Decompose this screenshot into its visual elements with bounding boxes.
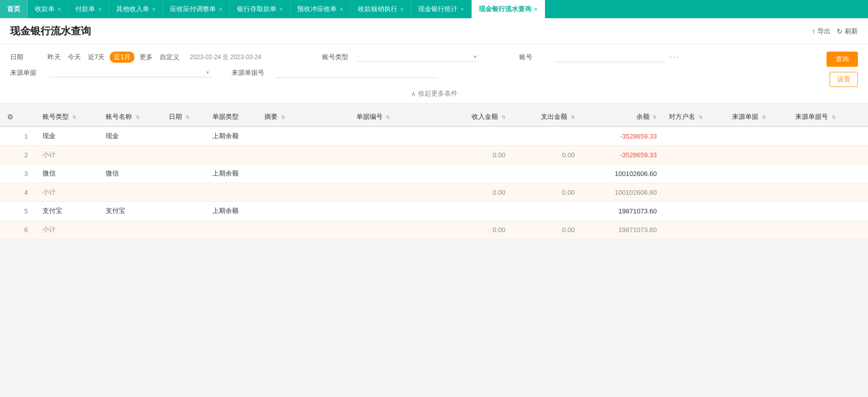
- index-column-header: [20, 108, 38, 126]
- nav-home[interactable]: 首页: [0, 0, 28, 18]
- table-body: 1 现金 现金 上期余额 -3528659.33 2 小计 0.00 0.00 …: [0, 126, 868, 239]
- source-doc-header-label: 来源单据: [732, 113, 758, 120]
- nav-tab-2-close[interactable]: ×: [152, 6, 155, 12]
- income-header-label: 收入金额: [472, 113, 498, 120]
- source-doc-no-column-header[interactable]: 来源单据号 ⇅: [791, 108, 868, 126]
- row-gear-2: [0, 164, 20, 183]
- account-name-sort: ⇅: [135, 114, 140, 120]
- row-income-4: [444, 202, 513, 220]
- date-opt-today[interactable]: 今天: [66, 52, 83, 63]
- nav-tab-4[interactable]: 银行存取款单 ×: [230, 0, 290, 18]
- nav-tab-8[interactable]: 现金银行流水查询 ×: [472, 0, 545, 18]
- summary-column-header[interactable]: 摘要 ⇅: [260, 108, 352, 126]
- row-counterparty-4: [665, 202, 728, 220]
- date-header-label: 日期: [169, 113, 182, 120]
- refresh-button[interactable]: ↻ 刷新: [837, 27, 858, 36]
- nav-tab-1-close[interactable]: ×: [98, 6, 101, 12]
- source-doc-sort: ⇅: [762, 114, 766, 120]
- table-row: 5 支付宝 支付宝 上期余额 19871073.60: [0, 202, 868, 220]
- row-date-2: [165, 164, 208, 183]
- source-doc-chevron: ▾: [206, 69, 209, 76]
- nav-tab-6-close[interactable]: ×: [400, 6, 403, 12]
- row-summary-0: [260, 126, 352, 146]
- nav-tab-4-close[interactable]: ×: [280, 6, 283, 12]
- date-opt-custom[interactable]: 自定义: [158, 52, 181, 63]
- date-opt-more[interactable]: 更多: [138, 52, 155, 63]
- balance-header-label: 余额: [636, 113, 650, 120]
- row-source-doc-no-2: [791, 164, 868, 183]
- expense-sort: ⇅: [571, 114, 575, 120]
- counterparty-column-header[interactable]: 对方户名 ⇅: [665, 108, 728, 126]
- row-income-1: 0.00: [444, 146, 513, 164]
- row-doc-type-5: [208, 220, 260, 239]
- row-index-1: 2: [20, 146, 38, 164]
- account-input[interactable]: [555, 52, 666, 62]
- counterparty-sort: ⇅: [699, 114, 703, 120]
- collapse-bar[interactable]: ∧ 收起更多条件: [10, 89, 858, 98]
- nav-tab-0[interactable]: 收款单 ×: [28, 0, 68, 18]
- account-name-column-header[interactable]: 账号名称 ⇅: [102, 108, 165, 126]
- row-balance-5: 19871073.60: [583, 220, 665, 239]
- page-header: 现金银行流水查询 ↑ 导出 ↻ 刷新: [0, 18, 868, 45]
- balance-column-header[interactable]: 余额 ⇅: [583, 108, 665, 126]
- row-counterparty-1: [665, 146, 728, 164]
- nav-tab-2[interactable]: 其他收入单 ×: [109, 0, 163, 18]
- row-expense-0: [514, 126, 583, 146]
- date-column-header[interactable]: 日期 ⇅: [165, 108, 208, 126]
- nav-tab-7-close[interactable]: ×: [461, 6, 464, 12]
- source-doc-group: 来源单据 ▾: [10, 68, 211, 77]
- date-opt-1month[interactable]: 近1月: [110, 52, 134, 63]
- source-doc-no-input[interactable]: [276, 68, 438, 78]
- nav-tab-7[interactable]: 现金银行统计 ×: [411, 0, 471, 18]
- nav-tab-3-close[interactable]: ×: [219, 6, 222, 12]
- row-balance-0: -3528659.33: [583, 126, 665, 146]
- expense-column-header[interactable]: 支出金额 ⇅: [514, 108, 583, 126]
- row-doc-type-4: 上期余额: [208, 202, 260, 220]
- doc-type-column-header: 单据类型: [208, 108, 260, 126]
- export-button[interactable]: ↑ 导出: [812, 27, 831, 36]
- table-row: 3 微信 微信 上期余额 100102606.60: [0, 164, 868, 183]
- row-counterparty-5: [665, 220, 728, 239]
- nav-tab-5-close[interactable]: ×: [340, 6, 343, 12]
- refresh-icon: ↻: [837, 27, 843, 35]
- account-type-select[interactable]: ▾: [357, 53, 479, 62]
- row-balance-3: 100102606.60: [583, 183, 665, 202]
- row-summary-3: [260, 183, 352, 202]
- row-income-3: 0.00: [444, 183, 513, 202]
- nav-tab-3[interactable]: 应收应付调整单 ×: [163, 0, 230, 18]
- filter-area: 日期 昨天 今天 近7天 近1月 更多 自定义 2023-02-24 至 202…: [0, 45, 868, 104]
- doc-no-column-header[interactable]: 单据编号 ⇅: [352, 108, 444, 126]
- row-account-type-4: 支付宝: [38, 202, 102, 220]
- account-dots-btn[interactable]: ···: [670, 53, 679, 62]
- source-doc-column-header[interactable]: 来源单据 ⇅: [728, 108, 791, 126]
- nav-tab-0-close[interactable]: ×: [58, 6, 61, 12]
- row-expense-2: [514, 164, 583, 183]
- row-balance-2: 100102606.60: [583, 164, 665, 183]
- nav-tab-1[interactable]: 付款单 ×: [68, 0, 109, 18]
- collapse-icon: ∧: [411, 90, 416, 98]
- nav-tab-6[interactable]: 收款核销执行 ×: [351, 0, 411, 18]
- account-type-column-header[interactable]: 账号类型 ⇅: [38, 108, 102, 126]
- date-sort: ⇅: [186, 114, 190, 120]
- income-column-header[interactable]: 收入金额 ⇅: [444, 108, 513, 126]
- row-gear-1: [0, 146, 20, 164]
- row-expense-4: [514, 202, 583, 220]
- row-expense-5: 0.00: [514, 220, 583, 239]
- date-opt-7days[interactable]: 近7天: [86, 52, 107, 63]
- nav-tab-5[interactable]: 预收冲应收单 ×: [290, 0, 350, 18]
- row-date-1: [165, 146, 208, 164]
- row-date-0: [165, 126, 208, 146]
- account-type-header-label: 账号类型: [42, 113, 69, 120]
- settings-button[interactable]: 设置: [830, 72, 858, 87]
- gear-column-header[interactable]: ⚙: [0, 108, 20, 126]
- date-opt-yesterday[interactable]: 昨天: [45, 52, 63, 63]
- nav-tab-8-close[interactable]: ×: [534, 6, 537, 12]
- row-gear-4: [0, 202, 20, 220]
- row-income-2: [444, 164, 513, 183]
- row-counterparty-0: [665, 126, 728, 146]
- row-counterparty-2: [665, 164, 728, 183]
- row-index-4: 5: [20, 202, 38, 220]
- query-button[interactable]: 查询: [827, 52, 858, 67]
- source-doc-select[interactable]: ▾: [50, 68, 211, 77]
- row-summary-4: [260, 202, 352, 220]
